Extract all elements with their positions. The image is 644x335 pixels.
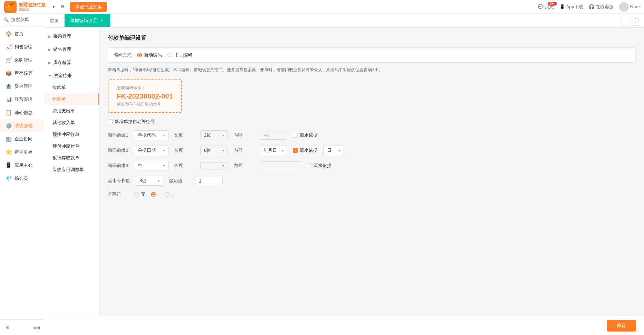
brand-version: 旗舰版 [19,7,46,11]
sub-item-prepay-receivable[interactable]: 预收冲应收单 [44,129,99,140]
sub-item-prepay-payable[interactable]: 预付冲应付单 [44,140,99,152]
sub-item-bank-deposit[interactable]: 银行存取款单 [44,152,99,164]
sidebar-item-finance[interactable]: 🏦 资金管理 [0,80,44,93]
prefix1-length-label: 长度 [174,132,195,138]
online-service-button[interactable]: 🎧 在线客服 [589,4,614,10]
sidebar-item-label: 企业协同 [15,136,32,142]
sub-item-expense[interactable]: 费用支出单 [44,105,99,117]
sidebar-item-label: 首页 [15,31,23,37]
prefix2-length-select[interactable]: 8位 ▾ [200,146,228,155]
sep-dot-radio[interactable]: . [165,192,173,197]
chevron-down-icon: ▾ [163,164,165,168]
sidebar-item-label: 基础信息 [15,110,32,116]
sidebar-item-guide[interactable]: 🌟 新手引导 [0,146,44,159]
prefix3-waterflow[interactable]: 流水依据 [307,162,331,169]
tab-serial-config-label: 单据编码设置 [70,18,97,24]
sidebar-item-corp[interactable]: 🏢 企业协同 [0,132,44,146]
prefix2-waterflow-checkbox[interactable]: ✓ [293,148,298,153]
collapse-icon[interactable]: ◀◀ [31,323,41,332]
sidebar-item-label: 经营管理 [15,96,32,103]
sub-item-ar-ap-adjust[interactable]: 应收应付调整单 [44,164,99,176]
sidebar-item-home[interactable]: 🏠 首页 [0,27,44,40]
prefix2-waterflow[interactable]: ✓ 流水依据 [293,147,318,153]
sidebar-item-member[interactable]: 💎 畅会员 [0,172,44,185]
home-icon: 🏠 [6,31,12,37]
prefix2-content-label: 内容 [233,147,254,153]
sub-group-sales-title[interactable]: ▶ 销售管理 [44,44,99,55]
sub-group-capital-label: 资金往来 [54,73,72,79]
sep-dash-radio[interactable]: - [151,192,159,197]
brand-text: 畅通道好生意 旗舰版 [19,2,46,12]
topbar-dropdown[interactable]: ▾ [52,4,55,9]
sub-item-other-income[interactable]: 其他收入单 [44,117,99,129]
prefix1-row: 编码前缀1 单据代码 ▾ 长度 2位 ▾ 内容 FK [108,130,636,140]
page-title: 付款单编码设置 [108,35,636,42]
sub-group-sales: ▶ 销售管理 [44,44,99,55]
prefix1-select[interactable]: 单据代码 ▾ [134,130,169,140]
sidebar-item-label: 资金管理 [15,83,32,90]
sub-group-purchase: ▶ 采购管理 [44,30,99,42]
prefix3-select[interactable]: 空 ▾ [134,161,169,170]
save-button[interactable]: 保存 [607,320,636,332]
tab-home[interactable]: 首页 [44,14,65,27]
main-layout: 🔍 搜索菜单 🏠 首页 📈 销售管理 🛒 采购管理 📦 库存核算 🏦 [0,14,644,335]
prefix3-length-select[interactable]: ▾ [200,162,228,169]
search-icon: 🔍 [3,17,9,22]
trial-button[interactable]: 体验行业方案 [70,2,107,12]
settings-bottom-icon[interactable]: ⚙ [3,323,12,332]
search-menu[interactable]: 🔍 搜索菜单 [0,14,44,26]
prefix1-content-input: FK [260,131,287,140]
prefix2-content-select[interactable]: 年月日 ▾ [260,146,287,155]
prefix3-row: 编码前缀3 空 ▾ 长度 ▾ 内容 流水依据 [108,161,636,170]
message-button[interactable]: 💬 消息 99+ [538,4,554,10]
tab-serial-config[interactable]: 单据编码设置 ✕ [65,14,110,27]
sub-group-inventory-title[interactable]: ▶ 库存核算 [44,57,99,68]
prefix1-waterflow[interactable]: 流水依据 [293,132,318,138]
member-icon: 💎 [6,175,12,182]
auto-fill-checkbox[interactable] [108,119,113,124]
brand: 🍊 畅通道好生意 旗舰版 [4,1,48,13]
app-download-button[interactable]: 📱 App下载 [559,4,583,10]
sub-item-receipt[interactable]: 收款单 [44,82,99,93]
prefix1-waterflow-checkbox[interactable] [293,133,298,138]
chevron-down-icon: ▾ [338,149,340,152]
sub-item-payment[interactable]: 付款单 [44,93,99,105]
manual-code-radio[interactable]: 手工编码 [167,52,192,58]
serial-length-select[interactable]: 3位 ▾ [136,176,163,186]
sidebar-item-purchase[interactable]: 🛒 采购管理 [0,54,44,67]
auto-code-radio[interactable]: 自动编码 [137,52,162,58]
tabbar: 首页 单据编码设置 ✕ — ⛶ [44,14,644,28]
prefix2-length-label: 长度 [174,147,195,153]
sales-icon: 📈 [6,44,12,50]
sub-group-capital-title[interactable]: ▼ 资金往来 [44,70,99,82]
sidebar-item-sales[interactable]: 📈 销售管理 [0,40,44,54]
tab-maximize-button[interactable]: ⛶ [632,16,641,26]
prefix2-waterflow-select[interactable]: 日 ▾ [323,146,344,155]
start-value-input[interactable] [195,177,223,185]
sidebar-item-system[interactable]: ⚙️ 系统管理 [0,119,44,132]
sidebar-item-inventory[interactable]: 📦 库存核算 [0,67,44,80]
message-badge: 99+ [548,2,557,6]
sidebar-item-base[interactable]: 📋 基础信息 [0,106,44,119]
sep-dot-radio-indicator [165,192,170,197]
prefix1-content-label: 内容 [233,132,254,138]
prefix3-waterflow-checkbox[interactable] [307,163,311,168]
sub-group-inventory-label: 库存核算 [53,59,71,66]
tab-close-icon[interactable]: ✕ [99,18,105,24]
sub-group-purchase-title[interactable]: ▶ 采购管理 [44,30,99,42]
settings-icon[interactable]: ⚙ [58,2,67,12]
prefix1-length-select[interactable]: 2位 ▾ [200,130,228,140]
prefix1-label: 编码前缀1 [108,132,128,138]
sidebar-item-label: 采购管理 [15,57,32,63]
user-avatar[interactable]: Nare [619,2,640,12]
sub-group-purchase-label: 采购管理 [53,33,71,39]
sidebar-item-apps[interactable]: 📱 应用中心 [0,159,44,172]
chevron-down-icon: ▾ [222,149,224,152]
main-panel: 付款单编码设置 编码方式 自动编码 手工编码 新增单据时，*单据编码*自动生成、… [99,28,644,316]
tab-minimize-button[interactable]: — [621,16,630,26]
chevron-right-icon: ▶ [48,35,51,38]
prefix2-select[interactable]: 单据日期 ▾ [134,146,169,155]
sidebar-item-operation[interactable]: 📊 经营管理 [0,93,44,106]
prefix3-length-label: 长度 [174,162,195,169]
sep-none-radio[interactable]: 无 [134,191,145,197]
